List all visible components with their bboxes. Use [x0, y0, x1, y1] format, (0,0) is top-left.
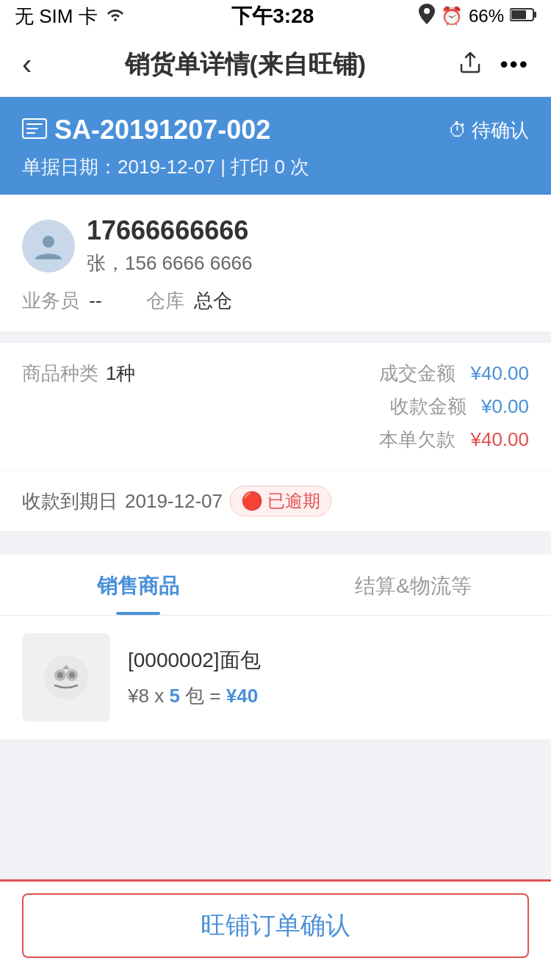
order-date-info: 单据日期：2019-12-07 | 打印 0 次: [22, 154, 529, 180]
status-time: 下午3:28: [231, 2, 314, 30]
product-info: [0000002]面包 ¥8 x 5 包 = ¥40: [128, 646, 529, 709]
svg-rect-1: [511, 10, 526, 19]
due-date-section: 收款到期日 2019-12-07 🔴 已逾期: [0, 470, 551, 531]
wifi-icon: [104, 5, 127, 28]
page-title: 销货单详情(来自旺铺): [125, 48, 367, 82]
customer-info: 17666666666 张，156 6666 6666: [87, 215, 253, 276]
customer-name: 张，156 6666 6666: [87, 251, 253, 276]
more-icon[interactable]: •••: [500, 51, 529, 78]
status-bar: 无 SIM 卡 下午3:28 ⏰ 66%: [0, 0, 551, 32]
confirm-button[interactable]: 旺铺订单确认: [22, 893, 529, 958]
product-total: ¥40: [226, 685, 258, 707]
no-sim-text: 无 SIM 卡: [15, 4, 98, 29]
owed-row: 本单欠款 ¥40.00: [379, 427, 529, 453]
warning-icon: 🔴: [241, 491, 263, 511]
battery-level: 66%: [469, 6, 504, 26]
summary-section: 商品种类 1种 成交金额 ¥40.00 收款金额 ¥0.00 本单欠款 ¥40.…: [0, 343, 551, 470]
tab-settlement[interactable]: 结算&物流等: [276, 555, 551, 615]
collected-amount: ¥0.00: [481, 395, 529, 418]
product-price-line: ¥8 x 5 包 = ¥40: [128, 683, 529, 709]
divider-2: [0, 531, 551, 543]
order-status: ⏱ 待确认: [448, 118, 529, 143]
tab-bar: 销售商品 结算&物流等: [0, 555, 551, 616]
svg-point-8: [57, 672, 63, 678]
deal-amount: ¥40.00: [470, 362, 529, 385]
bottom-bar: 旺铺订单确认: [0, 879, 551, 980]
product-list: [0000002]面包 ¥8 x 5 包 = ¥40: [0, 616, 551, 740]
deal-amount-row: 成交金额 ¥40.00: [379, 361, 529, 386]
order-id: SA-20191207-002: [22, 115, 270, 145]
tab-section: 销售商品 结算&物流等 [00000: [0, 555, 551, 740]
collected-row: 收款金额 ¥0.00: [390, 394, 529, 419]
product-name: [0000002]面包: [128, 646, 529, 674]
product-type-field: 商品种类 1种: [22, 361, 135, 386]
customer-section: 17666666666 张，156 6666 6666 业务员 -- 仓库 总仓: [0, 195, 551, 331]
svg-point-4: [43, 236, 54, 248]
svg-rect-2: [534, 12, 536, 18]
location-icon: [419, 4, 435, 29]
customer-phone: 17666666666: [87, 215, 253, 246]
product-item: [0000002]面包 ¥8 x 5 包 = ¥40: [0, 616, 551, 740]
nav-actions: •••: [458, 50, 529, 79]
svg-point-9: [69, 672, 75, 678]
tab-sales-product[interactable]: 销售商品: [0, 555, 276, 615]
alarm-icon: ⏰: [441, 6, 463, 26]
svg-point-5: [44, 655, 88, 699]
status-right: ⏰ 66%: [419, 4, 536, 29]
battery-icon: [510, 6, 536, 26]
warehouse-field: 仓库 总仓: [146, 288, 232, 314]
avatar: [22, 220, 75, 273]
share-icon[interactable]: [458, 50, 482, 79]
product-thumbnail: [22, 633, 110, 721]
back-button[interactable]: ‹: [22, 48, 32, 81]
overdue-badge: 🔴 已逾期: [230, 486, 331, 516]
order-icon: [22, 115, 47, 145]
product-qty: 5: [169, 685, 179, 707]
salesperson-field: 业务员 --: [22, 288, 102, 314]
order-header-card: SA-20191207-002 ⏱ 待确认 单据日期：2019-12-07 | …: [0, 97, 551, 195]
nav-bar: ‹ 销货单详情(来自旺铺) •••: [0, 32, 551, 97]
customer-meta: 业务员 -- 仓库 总仓: [22, 288, 529, 314]
amount-fields: 成交金额 ¥40.00 收款金额 ¥0.00 本单欠款 ¥40.00: [379, 361, 529, 453]
status-left: 无 SIM 卡: [15, 4, 127, 29]
divider-1: [0, 331, 551, 343]
clock-icon: ⏱: [448, 119, 467, 142]
owed-amount: ¥40.00: [470, 428, 529, 451]
